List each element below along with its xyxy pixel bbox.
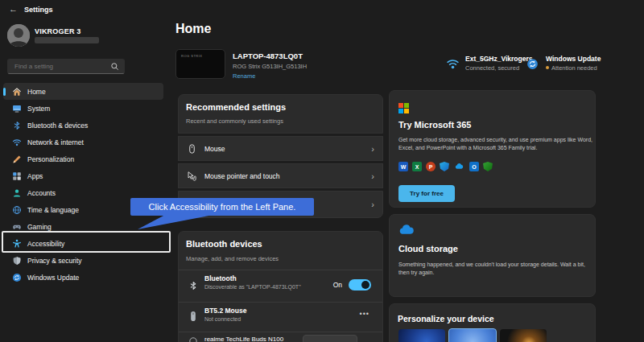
sidebar-item-windows-update[interactable]: Windows Update [3, 269, 163, 286]
bluetooth-icon [188, 280, 198, 291]
search-input[interactable] [8, 63, 110, 70]
sidebar-item-label: Apps [27, 172, 43, 180]
bluetooth-toggle[interactable] [349, 279, 371, 290]
personalize-title: Personalize your device [398, 314, 494, 323]
wifi-icon [446, 57, 460, 71]
chevron-right-icon: › [371, 200, 374, 209]
accounts-icon [12, 188, 22, 198]
wifi-network-name: Ext_5GHz_Vikrogers [465, 55, 532, 63]
recommended-subtitle: Recent and commonly used settings [186, 117, 283, 125]
personalize-card: Personalize your device [389, 303, 596, 342]
sidebar-nav: Home System Bluetooth & devices Network … [0, 83, 167, 286]
device-thumbnail-label: ROG STRIX [181, 54, 203, 58]
chevron-right-icon: › [371, 144, 374, 154]
annotation-callout: Click Accessibility from the Left Pane. [130, 198, 314, 216]
sidebar-item-system[interactable]: System [3, 100, 163, 117]
recommended-settings-card: Recommended settings Recent and commonly… [178, 94, 383, 134]
device-row-mouse[interactable]: BT5.2 Mouse Not connected ••• [179, 302, 382, 329]
toggle-knob [361, 281, 369, 289]
bluetooth-devices-card: Bluetooth devices Manage, add, and remov… [178, 231, 383, 342]
recommended-title: Recommended settings [186, 102, 286, 112]
wifi-icon [12, 138, 22, 147]
try-for-free-button[interactable]: Try for free [398, 185, 455, 202]
sidebar-item-label: Personalization [27, 155, 74, 163]
sidebar-item-label: System [27, 105, 50, 113]
windows-update-title: Windows Update [546, 55, 601, 63]
sidebar-item-label: Home [27, 88, 46, 96]
device-name: BT5.2 Mouse [204, 307, 246, 315]
personalization-icon [12, 155, 22, 164]
bluetooth-toggle-label: Bluetooth [204, 274, 237, 282]
windows-update-icon [526, 58, 539, 70]
sidebar-item-label: Time & language [27, 206, 79, 214]
system-icon [12, 104, 22, 113]
sidebar-item-home[interactable]: Home [3, 83, 163, 100]
mouse-device-icon [189, 308, 197, 324]
mouse-icon [187, 143, 197, 155]
bluetooth-card-title: Bluetooth devices [186, 239, 262, 249]
theme-thumbnail-1[interactable] [398, 329, 445, 342]
bluetooth-icon [12, 121, 22, 130]
sidebar-item-label: Windows Update [27, 274, 79, 282]
back-button[interactable]: ← [9, 4, 18, 14]
m365-description: Get more cloud storage, advanced securit… [398, 136, 594, 152]
device-name: LAPTOP-4873LQ0T [233, 52, 303, 60]
sidebar-item-label: Gaming [27, 223, 52, 231]
office-apps-icons: W X P O [398, 162, 493, 171]
row-label: Mouse [204, 145, 225, 153]
sidebar-item-label: Network & internet [27, 138, 84, 146]
windows-update-tile[interactable]: Windows Update Attention needed [526, 55, 615, 79]
onedrive-cloud-icon [398, 224, 415, 235]
device-row-earbuds[interactable]: realme TechLife Buds N100 [179, 332, 382, 342]
device-model: ROG Strix G513IH_G513IH [233, 63, 307, 70]
sidebar-item-network-internet[interactable]: Network & internet [3, 134, 163, 150]
globe-icon [12, 205, 22, 215]
powerpoint-icon: P [426, 162, 436, 171]
cloud-storage-title: Cloud storage [398, 244, 458, 253]
pointer-touch-icon [187, 171, 197, 182]
theme-thumbnails [398, 329, 547, 342]
sidebar-item-personalization[interactable]: Personalization [3, 150, 163, 167]
gamepad-icon [12, 222, 22, 232]
theme-thumbnail-2[interactable] [448, 328, 497, 342]
device-name: realme TechLife Buds N100 [204, 336, 283, 342]
sidebar-item-bluetooth-devices[interactable]: Bluetooth & devices [3, 117, 163, 134]
apps-icon [12, 171, 22, 181]
shield-icon [12, 256, 22, 266]
family-safety-icon [483, 162, 493, 171]
bluetooth-discoverable-text: Discoverable as "LAPTOP-4873LQ0T" [204, 284, 301, 290]
recommended-row-mouse[interactable]: Mouse › [178, 136, 383, 161]
earbuds-icon [188, 336, 198, 342]
settings-window: ← Settings VIKROGER 3 Home System Blueto… [0, 0, 644, 342]
recommended-row-mouse-pointer[interactable]: Mouse pointer and touch › [178, 163, 383, 188]
avatar [7, 24, 30, 47]
defender-icon [440, 162, 449, 171]
cloud-storage-description: Something happened, and we couldn't load… [398, 261, 594, 277]
window-title: Settings [24, 6, 53, 14]
connect-button[interactable] [303, 335, 357, 342]
onedrive-icon [453, 162, 465, 171]
try-microsoft-365-card: Try Microsoft 365 Get more cloud storage… [389, 90, 596, 208]
bluetooth-toggle-row: Bluetooth Discoverable as "LAPTOP-4873LQ… [179, 270, 382, 301]
excel-icon: X [412, 162, 422, 171]
bluetooth-card-subtitle: Manage, add, and remove devices [186, 255, 279, 262]
wifi-network-status: Connected, secured [465, 64, 519, 72]
chevron-right-icon: › [371, 171, 374, 181]
microsoft-logo [398, 103, 409, 113]
user-profile[interactable]: VIKROGER 3 [7, 24, 160, 48]
sidebar-item-label: Privacy & security [27, 257, 82, 265]
windows-update-status: Attention needed [546, 64, 597, 72]
more-options-button[interactable]: ••• [360, 310, 369, 318]
sidebar-item-apps[interactable]: Apps [3, 167, 163, 184]
device-thumbnail: ROG STRIX [175, 49, 225, 79]
search-icon [110, 62, 119, 71]
home-icon [12, 87, 22, 97]
sidebar-item-privacy-security[interactable]: Privacy & security [3, 252, 163, 269]
windows-update-icon [12, 273, 22, 282]
outlook-icon: O [469, 162, 479, 171]
row-label: Mouse pointer and touch [204, 172, 280, 180]
word-icon: W [398, 162, 408, 171]
rename-link[interactable]: Rename [233, 72, 255, 80]
selected-indicator [3, 88, 6, 96]
theme-thumbnail-3[interactable] [500, 329, 547, 342]
